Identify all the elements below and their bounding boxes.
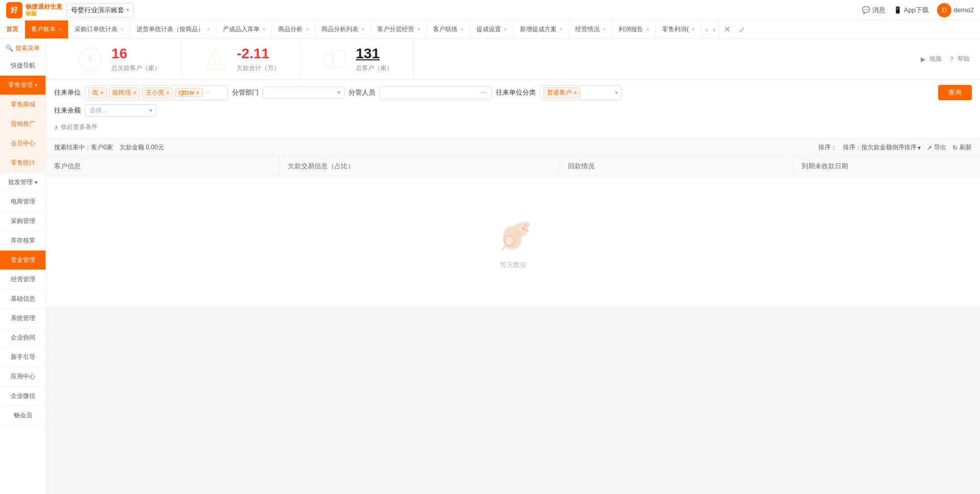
tab-retail-profit[interactable]: 零售利润( × [656,20,701,38]
col-repay-info: 回款情况 [560,156,793,176]
stat-debt-customers: ¥ 16 总欠款客户（家） [56,39,181,79]
sidebar-item-operation[interactable]: 经营管理 [0,270,45,289]
help-label[interactable]: 帮助 [958,55,970,63]
remove-tag-1[interactable]: × [100,89,103,96]
sidebar-item-marketing[interactable]: 营销推广 [0,115,45,134]
nav-tabs: 首页 客户账本 × 采购订单统计表 × 进货单统计表（按商品） × 产成品入库单… [0,20,980,39]
close-tab-product[interactable]: × [263,27,266,32]
video-icon: ▶ [921,56,925,63]
svg-rect-4 [324,53,332,68]
collapse-icon: ∧ [54,124,59,131]
unit-tag-3: 王小亮 × [142,87,173,98]
close-tab-biz[interactable]: × [603,27,606,32]
sidebar-item-enterprise[interactable]: 企业协同 [0,328,45,348]
nav-prev-button[interactable]: ‹ [703,25,710,35]
sidebar: 🔍 搜索菜单 快捷导航 零售管理 ▾ 零售商城 营销推广 会员中心 零售统计 批… [0,39,46,494]
close-tab-tier[interactable]: × [417,27,420,32]
app-download-button[interactable]: 📱 App下载 [894,6,929,15]
collapse-button[interactable]: ∧ 收起更多条件 [54,121,972,133]
remove-tag-3[interactable]: × [166,89,169,96]
tab-customer-account[interactable]: 客户账本 × [25,20,69,38]
sidebar-search[interactable]: 🔍 搜索菜单 [0,39,45,56]
sidebar-item-retail-mall[interactable]: 零售商城 [0,95,45,115]
sidebar-item-system[interactable]: 系统管理 [0,309,45,328]
person-input: ··· [379,86,492,99]
sidebar-item-inventory[interactable]: 库存核算 [0,231,45,251]
close-all-tabs-button[interactable]: ✕ [720,20,735,38]
nav-next-button[interactable]: › [711,25,718,35]
remove-tag-2[interactable]: × [133,89,136,96]
unit-tag-1: 佤 × [88,87,107,98]
tab-customer-contact[interactable]: 客户联络 × [427,20,470,38]
refresh-button[interactable]: ↻ 刷新 [952,143,972,152]
tab-customer-tier[interactable]: 客户分层经营 × [371,20,427,38]
tab-new-promo[interactable]: 新增提成方案 × [514,20,569,38]
close-tab-purchase-stat[interactable]: × [207,27,210,32]
debt-customers-icon: ¥ [77,46,103,73]
balance-select[interactable]: 选择... [85,104,156,117]
video-label[interactable]: 视频 [929,55,942,63]
sidebar-item-retail-stat[interactable]: 零售统计 [0,153,45,173]
sidebar-item-vip[interactable]: 畅会员 [0,406,45,425]
tab-promo-settings[interactable]: 提成设置 × [470,20,514,38]
stat-help-area: ▶ 视频 ? 帮助 [921,55,970,63]
sidebar-item-newbie[interactable]: 新手引导 [0,348,45,367]
total-customers-value: 131 [356,46,393,62]
close-tab-analysis-list[interactable]: × [361,27,364,32]
avatar: D [937,3,951,17]
close-tab-purchase[interactable]: × [121,27,124,32]
classify-dropdown-icon: ▾ [615,89,618,96]
sort-select[interactable]: 排序：按欠款金额倒序排序 ▾ [843,143,921,152]
user-avatar-area[interactable]: D demo2 [937,3,974,17]
store-selector[interactable]: 母婴行业演示账套 ▾ [66,3,134,17]
dept-select[interactable] [263,86,345,99]
sidebar-item-corp-wechat[interactable]: 企业微信 [0,387,45,406]
unit-tag-2: 陈民强 × [109,87,140,98]
query-button[interactable]: 查询 [938,85,972,100]
export-button[interactable]: ↗ 导出 [927,143,946,152]
sidebar-item-retail[interactable]: 零售管理 ▾ [0,76,45,95]
close-tab-customer-account[interactable]: × [59,27,62,32]
sidebar-item-ecommerce[interactable]: 电商管理 [0,192,45,212]
more-tags[interactable]: ··· [205,89,210,96]
sidebar-item-purchase[interactable]: 采购管理 [0,212,45,231]
tab-purchase-order[interactable]: 采购订单统计表 × [69,20,130,38]
refresh-icon: ↻ [952,144,958,151]
logo-text: 畅捷通好生意 [26,3,62,10]
tab-product-analysis[interactable]: 商品分析 × [272,20,315,38]
stat-total-customers-text: 131 总客户（家） [356,46,393,73]
svg-point-10 [522,228,525,230]
message-button[interactable]: 💬 消息 [862,6,885,15]
sidebar-item-app-center[interactable]: 应用中心 [0,367,45,387]
close-tab-profit[interactable]: × [646,27,649,32]
tab-purchase-stat[interactable]: 进货单统计表（按商品） × [130,20,217,38]
tab-home[interactable]: 首页 [0,20,25,38]
tab-product-inbound[interactable]: 产成品入库单 × [217,20,272,38]
retail-arrow-icon: ▾ [35,82,37,88]
tab-profit-report[interactable]: 利润报告 × [612,20,656,38]
sidebar-item-finance[interactable]: 资金管理 [0,251,45,270]
remove-tag-4[interactable]: × [196,89,199,96]
remove-classify-tag[interactable]: × [574,89,577,96]
close-tab-retail[interactable]: × [692,27,695,32]
close-tab-promo[interactable]: × [504,27,507,32]
collapse-row: ∧ 收起更多条件 [54,121,972,133]
close-tab-contact[interactable]: × [461,27,464,32]
person-input-field[interactable] [384,89,478,96]
maximize-button[interactable]: ⤢ [735,20,749,38]
close-tab-new-promo[interactable]: × [560,27,563,32]
wholesale-arrow-icon: ▾ [35,179,37,185]
svg-text:!: ! [214,58,216,66]
tab-product-analysis-list[interactable]: 商品分析列表 × [315,20,371,38]
sidebar-item-wholesale[interactable]: 批发管理 ▾ [0,173,45,192]
tab-business-status[interactable]: 经营情况 × [569,20,612,38]
debt-total-icon: ! [202,46,229,73]
close-tab-analysis[interactable]: × [306,27,309,32]
svg-rect-5 [333,50,345,68]
sidebar-item-basic[interactable]: 基础信息 [0,289,45,309]
sidebar-item-member[interactable]: 会员中心 [0,134,45,153]
sidebar-item-quick-nav[interactable]: 快捷导航 [0,56,45,76]
logo-icon: 好 [6,2,22,18]
result-bar-right: 排序： 排序：按欠款金额倒序排序 ▾ ↗ 导出 ↻ 刷新 [818,143,972,152]
person-more-icon[interactable]: ··· [481,88,487,97]
